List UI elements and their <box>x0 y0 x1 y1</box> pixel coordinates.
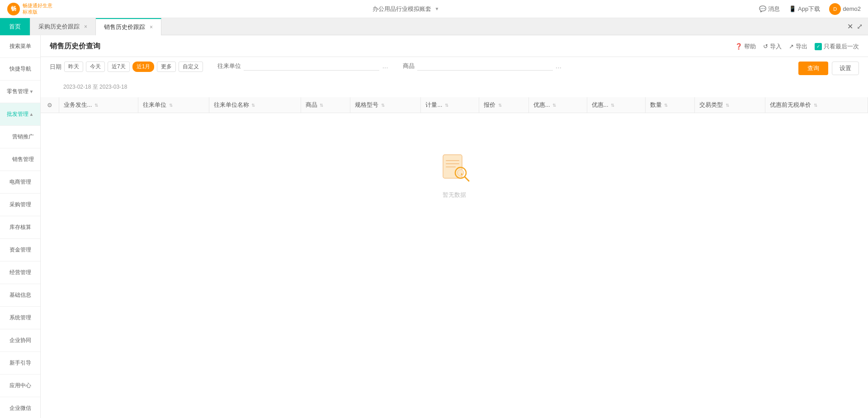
th-quantity[interactable]: 数量 ⇅ <box>645 97 694 113</box>
sidebar-item-operations-mgmt[interactable]: 经营管理 <box>0 261 40 284</box>
sales-mgmt-label: 销售管理 <box>12 156 34 163</box>
th-unit[interactable]: 计量... ⇅ <box>421 97 479 113</box>
th-partner-code[interactable]: 往来单位 ⇅ <box>138 97 209 113</box>
help-button[interactable]: ❓ 帮助 <box>735 43 756 51</box>
query-button[interactable]: 查询 <box>798 62 828 75</box>
sidebar-item-purchase-mgmt[interactable]: 采购管理 <box>0 194 40 216</box>
only-last-checkbox[interactable]: ✓ 只看最后一次 <box>815 43 859 51</box>
empty-illustration: ✦ <box>436 149 472 185</box>
tab-bar: 首页 采购历史价跟踪 × 销售历史价跟踪 × ✕ ⤢ <box>0 18 868 35</box>
data-table: ⚙ 业务发生... ⇅ 往来单位 ⇅ 往来单位名称 ⇅ 商品 ⇅ <box>41 97 868 113</box>
sidebar-item-new-guide[interactable]: 新手引导 <box>0 352 40 375</box>
logo-text: 畅捷通好生意 标准版 <box>23 3 52 14</box>
sort-icon: ⇅ <box>726 103 729 108</box>
page-title: 销售历史价查询 <box>50 42 100 51</box>
user-menu[interactable]: D demo2 <box>829 3 861 15</box>
chevron-up-icon: ▲ <box>29 112 34 117</box>
sort-icon: ⇅ <box>94 103 98 108</box>
top-bar-left: 畅 畅捷通好生意 标准版 <box>7 3 52 15</box>
th-biz-date[interactable]: 业务发生... ⇅ <box>59 97 138 113</box>
checkbox-icon[interactable]: ✓ <box>815 43 822 50</box>
product-input[interactable] <box>417 62 553 71</box>
page-actions: ❓ 帮助 ↺ 导入 ↗ 导出 ✓ 只看最后一次 <box>735 43 859 51</box>
app-download-button[interactable]: 📱 App下载 <box>789 5 820 13</box>
sidebar-item-enterprise-wechat[interactable]: 企业微信 <box>0 397 40 418</box>
import-button[interactable]: ↺ 导入 <box>763 43 782 51</box>
tab-close-sales[interactable]: × <box>150 24 153 30</box>
message-button[interactable]: 💬 消息 <box>759 5 780 13</box>
sidebar-item-system-mgmt[interactable]: 系统管理 <box>0 307 40 329</box>
filter-bar: 日期 昨天 今天 近7天 近1月 更多 自定义 往来单位 ... 商品 ... <box>41 57 868 97</box>
main-layout: 搜索菜单 快捷导航 零售管理 ▼ 批发管理 ▲ 营销推广 销售管理 电商管理 采… <box>0 35 868 418</box>
finance-mgmt-label: 资金管理 <box>9 246 31 254</box>
export-button[interactable]: ↗ 导出 <box>789 43 807 51</box>
sidebar-item-inventory[interactable]: 库存核算 <box>0 216 40 239</box>
sidebar-item-ecommerce-mgmt[interactable]: 电商管理 <box>0 171 40 194</box>
date-filter-label: 日期 <box>50 63 61 71</box>
date-btn-today[interactable]: 今天 <box>86 62 105 72</box>
sidebar-item-finance-mgmt[interactable]: 资金管理 <box>0 239 40 261</box>
tab-close-purchase[interactable]: × <box>84 24 87 30</box>
th-trade-type[interactable]: 交易类型 ⇅ <box>694 97 765 113</box>
date-btn-7days[interactable]: 近7天 <box>108 62 130 72</box>
date-btn-yesterday[interactable]: 昨天 <box>64 62 83 72</box>
sidebar-item-wholesale-mgmt[interactable]: 批发管理 ▲ <box>0 103 40 126</box>
operations-mgmt-label: 经营管理 <box>9 269 31 276</box>
empty-text: 暂无数据 <box>443 191 466 199</box>
tab-sales-history[interactable]: 销售历史价跟踪 × <box>96 18 161 35</box>
th-discount2[interactable]: 优惠... ⇅ <box>587 97 645 113</box>
basic-info-label: 基础信息 <box>9 291 31 299</box>
download-icon: 📱 <box>789 5 796 12</box>
settings-button[interactable]: 设置 <box>832 62 859 75</box>
import-icon: ↺ <box>763 43 768 50</box>
th-settings[interactable]: ⚙ <box>41 97 59 113</box>
th-product[interactable]: 商品 ⇅ <box>301 97 350 113</box>
tab-purchase-history[interactable]: 采购历史价跟踪 × <box>30 18 96 35</box>
th-quote[interactable]: 报价 ⇅ <box>479 97 528 113</box>
fullscreen-button[interactable]: ⤢ <box>857 22 863 31</box>
sort-icon: ⇅ <box>498 103 502 108</box>
th-discount1[interactable]: 优惠... ⇅ <box>528 97 587 113</box>
th-pre-tax-price[interactable]: 优惠前无税单价 ⇅ <box>765 97 868 113</box>
sidebar-item-sales-mgmt[interactable]: 销售管理 <box>0 148 40 171</box>
date-btn-more[interactable]: 更多 <box>157 62 176 72</box>
marketing-label: 营销推广 <box>12 133 34 141</box>
logo-icon: 畅 <box>7 3 20 15</box>
sidebar-item-search-menu[interactable]: 搜索菜单 <box>0 35 40 58</box>
sidebar-item-marketing[interactable]: 营销推广 <box>0 126 40 148</box>
sort-icon: ⇅ <box>320 103 323 108</box>
date-btn-custom[interactable]: 自定义 <box>179 62 203 72</box>
new-guide-label: 新手引导 <box>9 359 31 367</box>
close-all-tabs-button[interactable]: ✕ <box>847 22 853 31</box>
product-dots[interactable]: ... <box>556 62 561 70</box>
page-title-row: 销售历史价查询 ❓ 帮助 ↺ 导入 ↗ 导出 ✓ <box>50 42 859 51</box>
sort-icon: ⇅ <box>445 103 448 108</box>
tab-home[interactable]: 首页 <box>0 18 30 35</box>
th-partner-name[interactable]: 往来单位名称 ⇅ <box>209 97 301 113</box>
date-btn-1month[interactable]: 近1月 <box>132 62 155 72</box>
inventory-label: 库存核算 <box>9 223 31 231</box>
logo-area: 畅 畅捷通好生意 标准版 <box>7 3 52 15</box>
th-spec[interactable]: 规格型号 ⇅ <box>350 97 421 113</box>
partner-input[interactable] <box>244 62 379 71</box>
content-area: 销售历史价查询 ❓ 帮助 ↺ 导入 ↗ 导出 ✓ <box>41 35 868 418</box>
page-header: 销售历史价查询 ❓ 帮助 ↺ 导入 ↗ 导出 ✓ <box>41 35 868 57</box>
sidebar-item-quick-nav[interactable]: 快捷导航 <box>0 58 40 81</box>
sidebar-item-basic-info[interactable]: 基础信息 <box>0 284 40 307</box>
date-range-display: 2023-02-18 至 2023-03-18 <box>63 84 127 90</box>
sidebar-item-retail-mgmt[interactable]: 零售管理 ▼ <box>0 81 40 103</box>
avatar: D <box>829 3 841 15</box>
quick-nav-label: 快捷导航 <box>9 65 31 73</box>
sidebar-item-enterprise-collab[interactable]: 企业协同 <box>0 329 40 352</box>
app-selector[interactable]: 办公用品行业模拟账套 ▼ <box>373 5 439 13</box>
top-bar-right: 💬 消息 📱 App下载 D demo2 <box>759 3 861 15</box>
dropdown-arrow-icon: ▼ <box>435 6 439 11</box>
sort-icon: ⇅ <box>169 103 173 108</box>
gear-icon[interactable]: ⚙ <box>47 102 52 109</box>
sort-icon: ⇅ <box>552 103 556 108</box>
partner-dots[interactable]: ... <box>382 62 388 70</box>
sidebar-item-app-center[interactable]: 应用中心 <box>0 375 40 397</box>
purchase-mgmt-label: 采购管理 <box>9 201 31 209</box>
product-filter-label: 商品 <box>403 62 415 70</box>
export-icon: ↗ <box>789 43 794 50</box>
